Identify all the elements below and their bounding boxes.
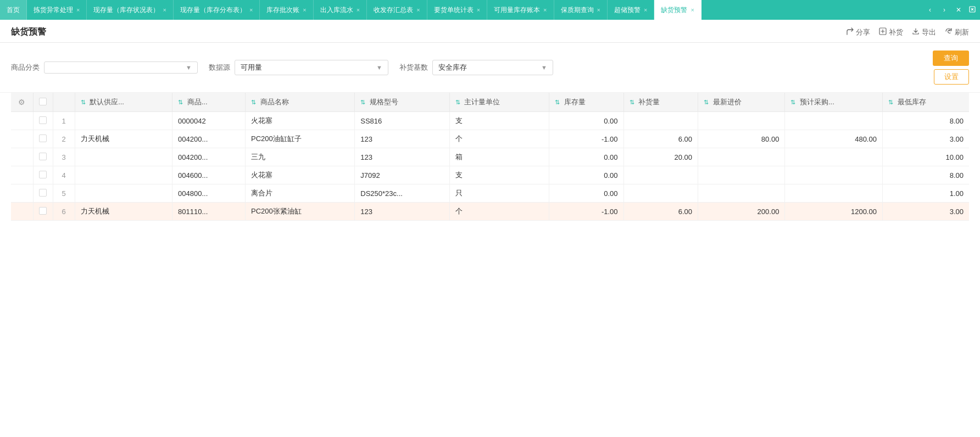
export-button[interactable]: 导出 [912, 27, 936, 37]
col-header-settings[interactable]: ⚙ [11, 93, 33, 112]
cell-product-code: 004800... [172, 184, 246, 203]
tab-close-button[interactable]: ✕ [951, 0, 966, 20]
cell-min-stock: 8.00 [882, 112, 969, 130]
row-checkbox[interactable] [39, 207, 47, 215]
cell-stock: 0.00 [549, 184, 623, 203]
tab-item-home[interactable]: 首页 [0, 0, 27, 20]
col-header-latest-price[interactable]: ⇅ 最新进价 [698, 93, 784, 112]
col-header-check[interactable] [33, 93, 53, 112]
row-checkbox[interactable] [39, 153, 47, 160]
tab-close-icon[interactable]: × [416, 7, 420, 13]
tab-item-demand-stats[interactable]: 要货单统计表× [427, 0, 487, 20]
col-header-spec[interactable]: ⇅ 规格型号 [355, 93, 450, 112]
query-button[interactable]: 查询 [933, 51, 969, 66]
sort-icon-latest-price: ⇅ [704, 99, 709, 105]
cell-spec: 123 [355, 148, 450, 166]
cell-check [33, 112, 53, 130]
tab-item-shortage[interactable]: 缺货预警× [654, 0, 701, 20]
cell-product-name: PC200张紧油缸 [246, 203, 355, 221]
replenish-button[interactable]: 补货 [879, 27, 903, 37]
tab-next-button[interactable]: › [937, 0, 951, 20]
cell-settings [11, 166, 33, 184]
cell-unit: 个 [449, 203, 549, 221]
settings-button[interactable]: 设置 [934, 69, 969, 85]
cell-check [33, 166, 53, 184]
table-row: 4004600...火花塞J7092支0.008.00 [11, 166, 969, 184]
cell-supplier [75, 184, 172, 203]
cell-settings [11, 148, 33, 166]
category-arrow-icon: ▼ [186, 64, 192, 71]
table-row: 10000042火花塞SS816支0.008.00 [11, 112, 969, 130]
tab-close-icon[interactable]: × [249, 7, 253, 13]
row-checkbox[interactable] [39, 116, 47, 124]
cell-settings [11, 130, 33, 148]
row-checkbox[interactable] [39, 135, 47, 142]
col-header-unit[interactable]: ⇅ 主计量单位 [449, 93, 549, 112]
col-header-latest-price-label: 最新进价 [713, 98, 742, 106]
cell-replenish-qty [623, 112, 698, 130]
cell-latest-price [698, 148, 784, 166]
cell-replenish-qty [623, 166, 698, 184]
settings-gear-icon[interactable]: ⚙ [18, 98, 25, 107]
tab-item-inventory-status[interactable]: 现存量（库存状况表）× [87, 0, 173, 20]
col-header-product-name[interactable]: ⇅ 商品名称 [246, 93, 355, 112]
tab-close-icon[interactable]: × [597, 7, 600, 13]
share-label: 分享 [856, 27, 870, 37]
col-header-supplier[interactable]: ⇅ 默认供应... [75, 93, 172, 112]
tab-label: 拣货异常处理 [34, 5, 73, 15]
tab-label: 首页 [7, 5, 20, 15]
row-checkbox[interactable] [39, 171, 47, 178]
col-header-min-stock[interactable]: ⇅ 最低库存 [882, 93, 969, 112]
refresh-label: 刷新 [955, 27, 969, 37]
tab-label: 可用量库存账本 [494, 5, 540, 15]
datasource-select[interactable]: 可用量 ▼ [235, 60, 388, 75]
cell-check [33, 130, 53, 148]
export-label: 导出 [922, 27, 936, 37]
cell-unit: 支 [449, 166, 549, 184]
cell-replenish-qty: 6.00 [623, 130, 698, 148]
cell-latest-price: 200.00 [698, 203, 784, 221]
header-checkbox[interactable] [39, 98, 47, 105]
row-checkbox[interactable] [39, 189, 47, 197]
col-header-product-code[interactable]: ⇅ 商品... [172, 93, 246, 112]
category-filter-group: 商品分类 ▼ [11, 61, 198, 74]
cell-product-name: 三九 [246, 148, 355, 166]
tab-close-icon[interactable]: × [357, 7, 360, 13]
tab-close-icon[interactable]: × [163, 7, 166, 13]
tab-close-icon[interactable]: × [543, 7, 547, 13]
refresh-button[interactable]: 刷新 [945, 27, 969, 37]
tab-close-all-button[interactable]: ​ [966, 0, 980, 20]
tab-close-icon[interactable]: × [691, 7, 694, 13]
category-select[interactable]: ▼ [44, 61, 198, 74]
col-header-spec-label: 规格型号 [370, 98, 398, 106]
tab-label: 现存量（库存状况表） [93, 5, 159, 15]
col-header-replenish-qty[interactable]: ⇅ 补货量 [623, 93, 698, 112]
col-header-estimated-purchase-label: 预计采购... [800, 98, 834, 106]
tab-close-icon[interactable]: × [477, 7, 480, 13]
col-header-stock[interactable]: ⇅ 库存量 [549, 93, 623, 112]
tab-item-expiry-query[interactable]: 保质期查询× [554, 0, 608, 20]
tab-item-inventory-dist[interactable]: 现存量（库存分布表）× [174, 0, 260, 20]
tab-item-collect-summary[interactable]: 收发存汇总表× [367, 0, 427, 20]
replenish-base-select[interactable]: 安全库存 ▼ [432, 60, 553, 75]
tab-item-overstock[interactable]: 超储预警× [608, 0, 654, 20]
cell-spec: J7092 [355, 166, 450, 184]
tab-prev-button[interactable]: ‹ [923, 0, 937, 20]
tab-item-exception[interactable]: 拣货异常处理× [27, 0, 87, 20]
tab-item-batch-account[interactable]: 库存批次账× [260, 0, 313, 20]
table-header-row: ⚙ ⇅ 默认供应... ⇅ 商品... [11, 93, 969, 112]
tab-item-inout-flow[interactable]: 出入库流水× [314, 0, 367, 20]
tab-item-available-ledger[interactable]: 可用量库存账本× [487, 0, 554, 20]
cell-estimated-purchase [785, 184, 883, 203]
page-header: 缺货预警 分享 [0, 20, 980, 43]
sort-icon-product-name: ⇅ [251, 99, 256, 105]
cell-min-stock: 10.00 [882, 148, 969, 166]
tab-label: 出入库流水 [320, 5, 353, 15]
sort-icon-supplier: ⇅ [81, 99, 86, 105]
tab-close-icon[interactable]: × [644, 7, 647, 13]
tab-close-icon[interactable]: × [303, 7, 306, 13]
tab-close-icon[interactable]: × [76, 7, 80, 13]
col-header-estimated-purchase[interactable]: ⇅ 预计采购... [785, 93, 883, 112]
cell-index: 1 [53, 112, 75, 130]
share-button[interactable]: 分享 [846, 27, 870, 37]
